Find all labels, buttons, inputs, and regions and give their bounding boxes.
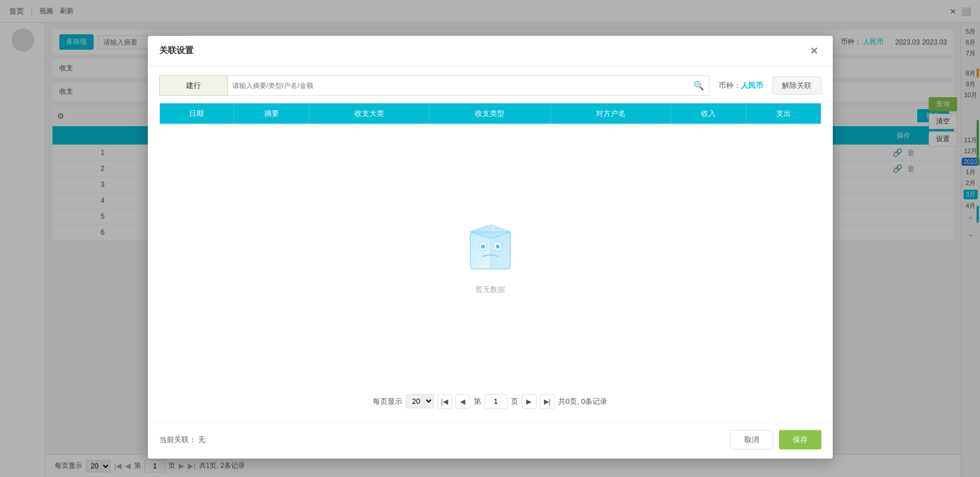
save-button[interactable]: 保存 [779, 430, 821, 449]
empty-text: 暂无数据 [475, 284, 505, 294]
modal-page-prev-btn[interactable]: ◀ [455, 394, 470, 408]
modal-search-input[interactable] [232, 81, 693, 89]
modal-table-head: 日期 摘要 收支大类 收支类型 对方户名 收入 支出 [160, 103, 821, 123]
current-link-display: 当前关联： 无 [159, 434, 206, 444]
modal-page-label: 第 [474, 396, 481, 406]
modal-th-expense: 支出 [746, 103, 820, 123]
modal-table-container: 日期 摘要 收支大类 收支类型 对方户名 收入 支出 [159, 102, 821, 124]
cancel-button[interactable]: 取消 [730, 430, 773, 449]
svg-point-9 [492, 226, 494, 228]
bank-tab[interactable]: 建行 [159, 75, 228, 95]
modal-th-abstract: 摘要 [234, 103, 309, 123]
modal-title: 关联设置 [159, 45, 193, 56]
modal-header: 关联设置 ✕ [148, 35, 833, 66]
modal-page-unit: 页 [511, 396, 518, 406]
modal-per-page-label: 每页显示 [373, 396, 402, 406]
modal-table: 日期 摘要 收支大类 收支类型 对方户名 收入 支出 [160, 103, 821, 123]
modal-page-last-btn[interactable]: ▶| [540, 394, 555, 408]
modal-th-date: 日期 [160, 103, 234, 123]
empty-icon [456, 214, 525, 277]
modal-th-income: 收入 [671, 103, 747, 123]
currency-display: 币种： 人民币 [719, 80, 763, 90]
unlink-btn[interactable]: 解除关联 [772, 76, 821, 94]
footer-buttons: 取消 保存 [730, 430, 821, 449]
modal-per-page-select[interactable]: 20 [406, 394, 434, 408]
modal-footer: 当前关联： 无 取消 保存 [148, 422, 833, 458]
search-box: 🔍 [228, 75, 709, 95]
svg-marker-2 [490, 231, 510, 268]
modal-table-header-row: 日期 摘要 收支大类 收支类型 对方户名 收入 支出 [160, 103, 821, 123]
modal-page-input[interactable] [485, 394, 507, 408]
modal-body: 建行 🔍 币种： 人民币 解除关联 日期 摘要 收支大类 [148, 66, 833, 422]
svg-point-5 [481, 244, 485, 248]
empty-state: 暂无数据 [159, 124, 821, 384]
svg-point-11 [489, 225, 490, 226]
modal-search-icon[interactable]: 🔍 [693, 80, 704, 90]
modal-currency-label: 币种： [719, 80, 741, 90]
modal-th-counterparty: 对方户名 [550, 103, 671, 123]
modal-pagination: 每页显示 20 |◀ ◀ 第 页 ▶ ▶| 共0页, 0条记录 [159, 384, 821, 413]
filter-row: 建行 🔍 币种： 人民币 解除关联 [159, 75, 821, 95]
modal-page-total: 共0页, 0条记录 [558, 396, 608, 406]
current-link-label: 当前关联： [159, 435, 196, 443]
modal-th-bigcat: 收支大类 [309, 103, 429, 123]
modal-page-next-btn[interactable]: ▶ [522, 394, 537, 408]
current-link-value: 无 [198, 435, 205, 443]
modal-dialog: 关联设置 ✕ 建行 🔍 币种： 人民币 解除关联 [148, 35, 833, 458]
svg-point-10 [496, 225, 498, 226]
modal-close-btn[interactable]: ✕ [808, 43, 821, 57]
modal-currency-value: 人民币 [741, 80, 763, 90]
svg-point-6 [495, 244, 499, 248]
modal-th-type: 收支类型 [430, 103, 550, 123]
modal-page-first-btn[interactable]: |◀ [437, 394, 452, 408]
